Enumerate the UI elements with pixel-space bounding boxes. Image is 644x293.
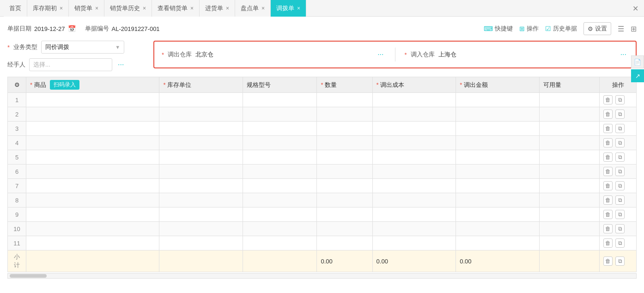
unit-cell[interactable] [159, 165, 243, 179]
available-cell[interactable] [539, 236, 599, 250]
copy-row-icon[interactable]: ⧉ [615, 110, 625, 119]
delete-row-icon[interactable]: 🗑 [603, 167, 613, 176]
unit-cell[interactable] [159, 208, 243, 222]
spec-cell[interactable] [243, 136, 317, 150]
spec-cell[interactable] [243, 179, 317, 193]
product-cell[interactable] [26, 179, 159, 193]
qty-cell[interactable] [317, 107, 372, 122]
unit-cell[interactable] [159, 122, 243, 136]
qty-cell[interactable] [317, 208, 372, 222]
operations-tool[interactable]: ⊞ 操作 [519, 24, 539, 33]
available-cell[interactable] [539, 208, 599, 222]
product-cell[interactable] [26, 208, 159, 222]
delete-row-icon[interactable]: 🗑 [603, 138, 613, 147]
qty-cell[interactable] [317, 136, 372, 150]
tab-sales-order[interactable]: 销货单 × [69, 0, 104, 17]
product-cell[interactable] [26, 93, 159, 107]
unit-cell[interactable] [159, 107, 243, 122]
unit-cell[interactable] [159, 93, 243, 107]
tab-stocktake[interactable]: 盘点单 × [235, 0, 271, 17]
qty-cell[interactable] [317, 122, 372, 136]
copy-row-icon[interactable]: ⧉ [615, 153, 625, 162]
scan-input-button[interactable]: 扫码录入 [50, 80, 79, 90]
settings-button[interactable]: ⚙ 设置 [583, 22, 611, 35]
amount-cell[interactable] [456, 193, 540, 208]
copy-row-icon[interactable]: ⧉ [615, 124, 625, 133]
copy-row-icon[interactable]: ⧉ [615, 224, 625, 233]
qty-cell[interactable] [317, 222, 372, 236]
available-cell[interactable] [539, 179, 599, 193]
close-tab-inventory-init[interactable]: × [60, 5, 63, 12]
cost-cell[interactable] [372, 222, 456, 236]
cost-cell[interactable] [372, 93, 456, 107]
product-cell[interactable] [26, 222, 159, 236]
close-window-button[interactable]: ✕ [631, 4, 640, 12]
copy-row-icon[interactable]: ⧉ [615, 95, 625, 104]
th-gear[interactable]: ⚙ [8, 77, 26, 93]
close-tab-view-sales[interactable]: × [190, 5, 194, 12]
shortcut-tool[interactable]: ⌨ 快捷键 [484, 24, 513, 33]
available-cell[interactable] [539, 222, 599, 236]
delete-row-icon[interactable]: 🗑 [603, 110, 613, 119]
right-panel-export-icon[interactable]: ↗ [631, 69, 644, 82]
amount-cell[interactable] [456, 136, 540, 150]
amount-cell[interactable] [456, 107, 540, 122]
spec-cell[interactable] [243, 122, 317, 136]
horizontal-scrollbar[interactable] [7, 273, 637, 279]
copy-row-icon[interactable]: ⧉ [615, 138, 625, 147]
available-cell[interactable] [539, 107, 599, 122]
cost-cell[interactable] [372, 193, 456, 208]
spec-cell[interactable] [243, 236, 317, 250]
close-tab-sales-order[interactable]: × [95, 5, 98, 12]
delete-row-icon[interactable]: 🗑 [603, 153, 613, 162]
cost-cell[interactable] [372, 179, 456, 193]
product-cell[interactable] [26, 236, 159, 250]
available-cell[interactable] [539, 136, 599, 150]
cost-cell[interactable] [372, 136, 456, 150]
unit-cell[interactable] [159, 136, 243, 150]
product-cell[interactable] [26, 122, 159, 136]
unit-cell[interactable] [159, 236, 243, 250]
view-toggle-grid-icon[interactable]: ⊞ [631, 24, 637, 33]
handler-input[interactable]: 选择... [29, 58, 112, 71]
unit-cell[interactable] [159, 222, 243, 236]
cost-cell[interactable] [372, 165, 456, 179]
tab-purchase-order[interactable]: 进货单 × [200, 0, 235, 17]
delete-row-icon[interactable]: 🗑 [603, 124, 613, 133]
right-panel-doc-icon[interactable]: 📄 [631, 55, 644, 68]
product-cell[interactable] [26, 136, 159, 150]
delete-row-icon[interactable]: 🗑 [603, 224, 613, 233]
close-tab-stocktake[interactable]: × [261, 5, 265, 12]
qty-cell[interactable] [317, 150, 372, 165]
history-tool[interactable]: ☑ 历史单据 [545, 24, 577, 33]
amount-cell[interactable] [456, 236, 540, 250]
cost-cell[interactable] [372, 208, 456, 222]
qty-cell[interactable] [317, 93, 372, 107]
close-tab-sales-history[interactable]: × [143, 5, 146, 12]
qty-cell[interactable] [317, 179, 372, 193]
spec-cell[interactable] [243, 93, 317, 107]
product-cell[interactable] [26, 107, 159, 122]
spec-cell[interactable] [243, 107, 317, 122]
subtotal-delete-icon[interactable]: 🗑 [603, 256, 613, 266]
amount-cell[interactable] [456, 150, 540, 165]
unit-cell[interactable] [159, 179, 243, 193]
delete-row-icon[interactable]: 🗑 [603, 210, 613, 219]
copy-row-icon[interactable]: ⧉ [615, 210, 625, 219]
available-cell[interactable] [539, 122, 599, 136]
business-type-input[interactable]: 同价调拨 ▼ [41, 41, 124, 54]
calendar-icon[interactable]: 📅 [68, 25, 76, 32]
tab-transfer[interactable]: 调拨单 × [271, 0, 306, 17]
qty-cell[interactable] [317, 165, 372, 179]
available-cell[interactable] [539, 150, 599, 165]
amount-cell[interactable] [456, 222, 540, 236]
qty-cell[interactable] [317, 193, 372, 208]
out-warehouse-more-button[interactable]: ··· [376, 50, 385, 59]
product-cell[interactable] [26, 150, 159, 165]
cost-cell[interactable] [372, 107, 456, 122]
unit-cell[interactable] [159, 193, 243, 208]
available-cell[interactable] [539, 193, 599, 208]
amount-cell[interactable] [456, 122, 540, 136]
available-cell[interactable] [539, 165, 599, 179]
delete-row-icon[interactable]: 🗑 [603, 195, 613, 205]
